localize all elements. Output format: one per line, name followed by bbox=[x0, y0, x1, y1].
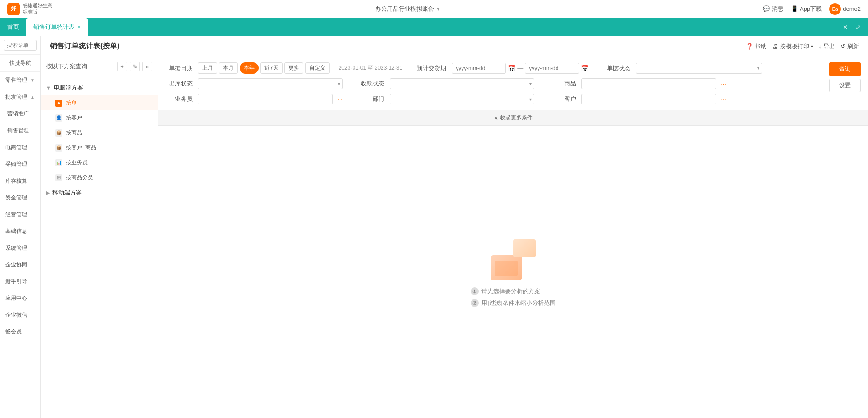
sidebar-item-sales-mgmt[interactable]: 销售管理 bbox=[4, 122, 40, 139]
expected-date-start[interactable] bbox=[452, 63, 506, 74]
export-btn[interactable]: ↓ 导出 bbox=[819, 43, 835, 51]
order-icon: ● bbox=[55, 100, 62, 107]
window-close-btn[interactable]: ✕ bbox=[841, 23, 850, 32]
inner-content: 按以下方案查询 + ✎ « ▼ 电脑端方案 ● 按单 bbox=[41, 57, 868, 418]
search-input[interactable] bbox=[4, 40, 37, 51]
top-bar: 好 畅捷通好生意 标准版 办公用品行业模拟账套 ▾ 💬 消息 📱 App下载 E… bbox=[0, 0, 868, 18]
salesman-input[interactable] bbox=[198, 94, 333, 104]
customer-goods-icon: 📦 bbox=[55, 144, 62, 152]
last7days-btn[interactable]: 近7天 bbox=[260, 62, 283, 74]
salesman-more-icon[interactable]: ··· bbox=[337, 95, 343, 103]
this-month-btn[interactable]: 本月 bbox=[219, 62, 238, 74]
outbound-status-select[interactable] bbox=[198, 78, 343, 89]
tree-child-by-customer[interactable]: 👤 按客户 bbox=[41, 110, 158, 125]
tree-parent-pc[interactable]: ▼ 电脑端方案 bbox=[41, 80, 158, 95]
hint-num-1: ① bbox=[471, 287, 479, 295]
tab-close-btn[interactable]: × bbox=[77, 24, 80, 30]
left-panel: 按以下方案查询 + ✎ « ▼ 电脑端方案 ● 按单 bbox=[41, 57, 158, 418]
tree-child-by-goods[interactable]: 📦 按商品 bbox=[41, 125, 158, 140]
payment-status-select[interactable] bbox=[390, 78, 534, 89]
tree-chevron-icon: ▼ bbox=[46, 85, 51, 90]
outbound-status-wrap: ▾ bbox=[198, 78, 343, 89]
dropdown-icon[interactable]: ▾ bbox=[437, 5, 440, 12]
sidebar-item-operations[interactable]: 经营管理 bbox=[0, 206, 40, 223]
this-year-btn[interactable]: 本年 bbox=[240, 62, 259, 74]
collapse-panel-btn[interactable]: « bbox=[142, 62, 152, 71]
tab-bar-right: ✕ ⤢ bbox=[841, 23, 868, 32]
tree-section: ▼ 电脑端方案 ● 按单 👤 按客户 📦 bbox=[41, 76, 158, 204]
sidebar-item-finance[interactable]: 资金管理 bbox=[0, 190, 40, 206]
tab-home[interactable]: 首页 bbox=[0, 18, 26, 36]
category-icon: ⊞ bbox=[55, 174, 62, 181]
bill-status-wrap: ▾ bbox=[636, 63, 762, 74]
print-btn[interactable]: 🖨 按模板打印 ▾ bbox=[772, 43, 813, 51]
sidebar-item-inventory[interactable]: 库存核算 bbox=[0, 173, 40, 190]
empty-illustration bbox=[486, 235, 540, 280]
edit-scheme-btn[interactable]: ✎ bbox=[130, 62, 140, 71]
messages-btn[interactable]: 💬 消息 bbox=[763, 5, 783, 13]
collapse-icon: ∧ bbox=[494, 115, 498, 121]
filter-section-inner: 单据日期 上月 本月 本年 近7天 更多 自定义 2023-01-01 至 20… bbox=[165, 62, 861, 104]
customer-input[interactable] bbox=[581, 94, 716, 104]
left-panel-header: 按以下方案查询 + ✎ « bbox=[41, 57, 158, 76]
bill-status-select[interactable] bbox=[636, 63, 762, 74]
filter-section: 单据日期 上月 本月 本年 近7天 更多 自定义 2023-01-01 至 20… bbox=[158, 57, 868, 110]
sidebar-item-ecommerce[interactable]: 电商管理 bbox=[0, 139, 40, 156]
export-icon: ↓ bbox=[819, 43, 822, 50]
sidebar-quick-nav[interactable]: 快捷导航 bbox=[0, 55, 40, 72]
sidebar-item-enterprise-wechat[interactable]: 企业微信 bbox=[0, 307, 40, 323]
logo-area: 好 畅捷通好生意 标准版 bbox=[7, 3, 52, 15]
tree-child-by-customer-goods[interactable]: 📦 按客户+商品 bbox=[41, 140, 158, 155]
date-filter-control: 上月 本月 本年 近7天 更多 自定义 bbox=[198, 62, 330, 74]
filter-row-1: 单据日期 上月 本月 本年 近7天 更多 自定义 2023-01-01 至 20… bbox=[165, 62, 825, 74]
goods-icon: 📦 bbox=[55, 129, 62, 137]
logo-text: 畅捷通好生意 标准版 bbox=[23, 3, 52, 14]
sidebar-item-wholesale[interactable]: 批发管理 ▲ bbox=[0, 89, 40, 105]
app-download-btn[interactable]: 📱 App下载 bbox=[791, 5, 822, 13]
sidebar-item-system[interactable]: 系统管理 bbox=[0, 240, 40, 256]
salesman-control: ··· bbox=[198, 94, 343, 104]
print-icon: 🖨 bbox=[772, 43, 778, 50]
sidebar-item-basic-info[interactable]: 基础信息 bbox=[0, 223, 40, 240]
sidebar-item-marketing[interactable]: 营销推广 bbox=[4, 105, 40, 122]
refresh-btn[interactable]: ↺ 刷新 bbox=[840, 43, 859, 51]
main-layout: 快捷导航 零售管理 ▼ 批发管理 ▲ 营销推广 销售管理 电商管理 采购管理 库… bbox=[0, 36, 868, 418]
sidebar-search-area bbox=[0, 36, 40, 55]
sidebar-item-enterprise[interactable]: 企业协同 bbox=[0, 256, 40, 273]
custom-date-btn[interactable]: 自定义 bbox=[305, 62, 330, 74]
goods-input[interactable] bbox=[581, 78, 716, 89]
tree-parent-mobile[interactable]: ▶ 移动端方案 bbox=[41, 185, 158, 200]
calendar-end-icon[interactable]: 📅 bbox=[581, 65, 589, 72]
more-date-btn[interactable]: 更多 bbox=[284, 62, 303, 74]
page-actions: ❓ 帮助 🖨 按模板打印 ▾ ↓ 导出 ↺ 刷新 bbox=[746, 43, 859, 51]
goods-more-icon[interactable]: ··· bbox=[721, 80, 726, 87]
add-scheme-btn[interactable]: + bbox=[117, 62, 127, 71]
sidebar-item-app-center[interactable]: 应用中心 bbox=[0, 290, 40, 307]
sidebar-item-newbie[interactable]: 新手引导 bbox=[0, 273, 40, 290]
payment-status-wrap: ▾ bbox=[390, 78, 534, 89]
tab-bar: 首页 销售订单统计表 × ✕ ⤢ bbox=[0, 18, 868, 36]
query-btn[interactable]: 查询 bbox=[829, 62, 861, 76]
sidebar-item-purchase[interactable]: 采购管理 bbox=[0, 156, 40, 173]
tab-sales-order[interactable]: 销售订单统计表 × bbox=[26, 18, 88, 36]
hint-item-1: ① 请先选择要分析的方案 bbox=[471, 285, 555, 297]
expected-date-end[interactable] bbox=[525, 63, 579, 74]
settings-btn[interactable]: 设置 bbox=[829, 79, 861, 92]
sidebar-item-retail[interactable]: 零售管理 ▼ bbox=[0, 72, 40, 89]
refresh-icon: ↺ bbox=[840, 43, 845, 50]
tree-child-by-category[interactable]: ⊞ 按商品分类 bbox=[41, 170, 158, 185]
collapse-bar[interactable]: ∧ 收起更多条件 bbox=[158, 110, 868, 126]
filter-btns-col: 查询 设置 bbox=[825, 62, 861, 92]
filter-row-2: 出库状态 ▾ 收款状态 bbox=[165, 78, 825, 89]
customer-more-icon[interactable]: ··· bbox=[721, 95, 726, 103]
window-maximize-btn[interactable]: ⤢ bbox=[854, 23, 863, 32]
sidebar-item-member[interactable]: 畅会员 bbox=[0, 323, 40, 340]
help-btn[interactable]: ❓ 帮助 bbox=[746, 43, 767, 51]
department-select[interactable] bbox=[390, 94, 534, 104]
user-area[interactable]: Ea demo2 bbox=[829, 3, 861, 15]
tree-child-by-salesman[interactable]: 📊 按业务员 bbox=[41, 155, 158, 170]
tree-child-by-order[interactable]: ● 按单 bbox=[41, 95, 158, 110]
last-month-btn[interactable]: 上月 bbox=[198, 62, 217, 74]
calendar-start-icon[interactable]: 📅 bbox=[508, 65, 515, 72]
salesman-icon: 📊 bbox=[55, 159, 62, 166]
